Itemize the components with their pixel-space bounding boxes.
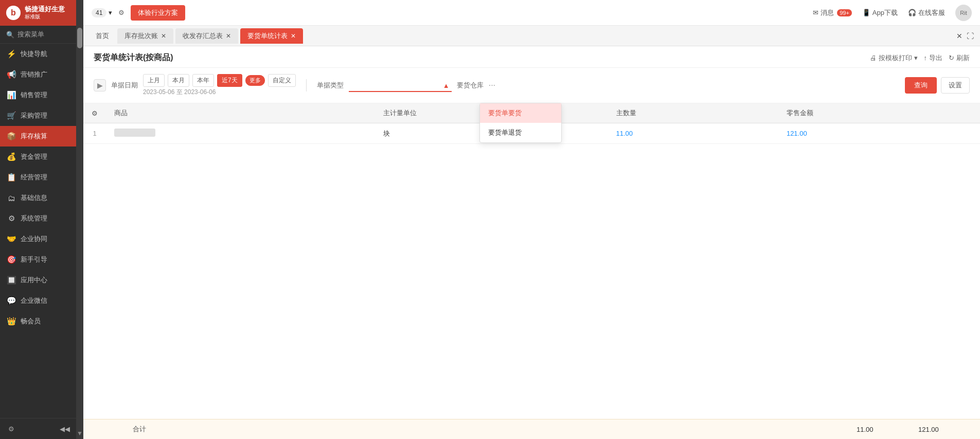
topbar-left: 41 ▾ ⚙ 体验行业方案 (92, 5, 813, 21)
date-btn-bennian[interactable]: 本年 (192, 74, 214, 87)
export-label: 导出 (929, 53, 942, 63)
sidebar-item-weixin[interactable]: 💬 企业微信 (0, 290, 76, 311)
date-btn-more[interactable]: 更多 (245, 75, 265, 86)
refresh-icon: ↻ (949, 54, 954, 62)
date-options-group: 上月 本月 本年 近7天 更多 自定义 (143, 74, 296, 87)
sidebar-item-label: 销售管理 (21, 90, 47, 100)
sidebar-item-label: 应用中心 (21, 276, 47, 285)
sidebar-item-label: 快捷导航 (21, 49, 47, 59)
online-service-btn[interactable]: 🎧 在线客服 (908, 8, 945, 17)
settings-icon[interactable]: ⚙ (6, 424, 16, 434)
date-btn-custom[interactable]: 自定义 (268, 74, 296, 87)
service-icon: 🎧 (908, 9, 916, 16)
sidebar-item-xinshou[interactable]: 🎯 新手引导 (0, 249, 76, 270)
message-icon: ✉ (813, 9, 818, 16)
print-icon: 🖨 (870, 54, 877, 62)
user-avatar[interactable]: Rit (955, 5, 972, 21)
tab-label: 库存批次账 (124, 31, 158, 41)
filter-expand-btn[interactable]: ▶ (94, 79, 106, 92)
refresh-label: 刷新 (956, 53, 970, 63)
print-template-btn[interactable]: 🖨 按模板打印 ▾ (870, 53, 918, 63)
sidebar-item-qiye[interactable]: 🤝 企业协同 (0, 229, 76, 249)
messages-label: 消息 (821, 8, 834, 17)
tab-shoufacun[interactable]: 收发存汇总表 ✕ (175, 28, 238, 44)
query-btn[interactable]: 查询 (905, 77, 937, 94)
footer-total-label: 合计 (133, 425, 146, 434)
col-settings[interactable]: ⚙ (83, 103, 106, 123)
sidebar-item-kucun[interactable]: 📦 库存核算 (0, 126, 76, 147)
type-chevron-up-icon[interactable]: ▲ (443, 82, 450, 89)
tab-yaohuo[interactable]: 要货单统计表 ✕ (240, 28, 303, 44)
messages-btn[interactable]: ✉ 消息 99+ (813, 8, 852, 17)
type-dropdown: 要货单要货 要货单退货 (479, 103, 562, 143)
date-filter-label: 单据日期 (111, 81, 138, 90)
dropdown-item-yaohuo-dan[interactable]: 要货单要货 (480, 103, 561, 123)
app-download-btn[interactable]: 📱 App下载 (862, 8, 898, 17)
xitong-icon: ⚙ (6, 213, 16, 224)
date-btn-benyue[interactable]: 本月 (168, 74, 189, 87)
sidebar-item-caigou[interactable]: 🛒 采购管理 (0, 105, 76, 126)
tab-expand-icon[interactable]: ⛶ (967, 32, 974, 40)
kucun-icon: 📦 (6, 131, 16, 141)
sidebar-item-xitong[interactable]: ⚙ 系统管理 (0, 208, 76, 229)
footer-unit-spacer (684, 426, 848, 433)
tab-close-kucun[interactable]: ✕ (161, 32, 166, 40)
tab-home[interactable]: 首页 (90, 28, 115, 44)
tab-close-shoufacun[interactable]: ✕ (226, 32, 231, 40)
qiye-icon: 🤝 (6, 234, 16, 244)
sidebar-search[interactable]: 🔍 搜索菜单 (0, 26, 76, 44)
sidebar-item-kuaijie[interactable]: ⚡ 快捷导航 (0, 44, 76, 64)
tab-label: 收发存汇总表 (183, 31, 223, 41)
mobile-icon: 📱 (862, 9, 870, 16)
refresh-btn[interactable]: ↻ 刷新 (949, 53, 970, 63)
sidebar-item-label: 新手引导 (21, 255, 47, 264)
topbar: 41 ▾ ⚙ 体验行业方案 ✉ 消息 99+ 📱 App下载 🎧 在线客服 Ri… (83, 0, 980, 26)
tab-close-all[interactable]: ✕ (956, 32, 963, 40)
sidebar-item-label: 经营管理 (21, 173, 47, 182)
row-amount: 121.00 (778, 123, 980, 144)
sidebar-item-huiyuan[interactable]: 👑 畅会员 (0, 311, 76, 332)
sidebar-item-zijin[interactable]: 💰 资金管理 (0, 147, 76, 167)
sidebar-item-yingxiao[interactable]: 📢 营销推广 (0, 64, 76, 85)
sidebar-item-jingying[interactable]: 📋 经营管理 (0, 167, 76, 188)
settings-btn[interactable]: 设置 (941, 77, 970, 94)
tab-kucun-pici[interactable]: 库存批次账 ✕ (117, 28, 173, 44)
sidebar-item-label: 基础信息 (21, 193, 47, 203)
date-btn-jin7[interactable]: 近7天 (217, 74, 242, 87)
main-content: 41 ▾ ⚙ 体验行业方案 ✉ 消息 99+ 📱 App下载 🎧 在线客服 Ri… (83, 0, 980, 439)
footer-amount: 121.00 (910, 426, 972, 433)
app-download-label: App下载 (872, 8, 898, 17)
scroll-down-arrow[interactable]: ▼ (77, 430, 83, 437)
scroll-thumb (77, 28, 82, 48)
footer-values: 11.00 121.00 (684, 426, 972, 433)
col-product: 商品 (106, 103, 375, 123)
sidebar-item-jichu[interactable]: 🗂 基础信息 (0, 188, 76, 208)
weixin-icon: 💬 (6, 296, 16, 306)
trial-btn[interactable]: 体验行业方案 (131, 5, 185, 21)
sidebar-item-label: 系统管理 (21, 214, 47, 223)
messages-badge: 99+ (837, 9, 852, 16)
filter-more-options-btn[interactable]: ··· (489, 81, 495, 90)
export-btn[interactable]: ↑ 导出 (924, 53, 943, 63)
sidebar-item-yingyong[interactable]: 🔲 应用中心 (0, 270, 76, 290)
tabs-right: ✕ ⛶ (956, 32, 974, 40)
print-chevron-icon: ▾ (914, 54, 918, 62)
collapse-arrow[interactable]: ◀◀ (60, 425, 70, 433)
dropdown-item-yaohuo-tui[interactable]: 要货单退货 (480, 123, 561, 142)
logo-text: 畅捷通好生意 (25, 5, 65, 14)
zijin-icon: 💰 (6, 152, 16, 162)
tab-close-yaohuo[interactable]: ✕ (291, 32, 296, 40)
sidebar-item-label: 畅会员 (21, 317, 41, 326)
type-filter-input[interactable] (349, 79, 452, 92)
topbar-gear-icon[interactable]: ⚙ (118, 9, 124, 16)
filter-separator (306, 79, 307, 92)
sidebar-item-xiaoshou[interactable]: 📊 销售管理 (0, 85, 76, 105)
xiaoshou-icon: 📊 (6, 90, 16, 100)
date-btn-shangban[interactable]: 上月 (143, 74, 165, 87)
sidebar: b 畅捷通好生意 标准版 🔍 搜索菜单 ⚡ 快捷导航 📢 营销推广 📊 销售管理… (0, 0, 76, 439)
footer-quantity: 11.00 (848, 426, 910, 433)
store-selector[interactable]: 41 ▾ (92, 8, 112, 17)
logo-icon: b (6, 6, 21, 20)
row-product (106, 123, 375, 144)
filter-action-btns: 查询 设置 (905, 77, 970, 94)
